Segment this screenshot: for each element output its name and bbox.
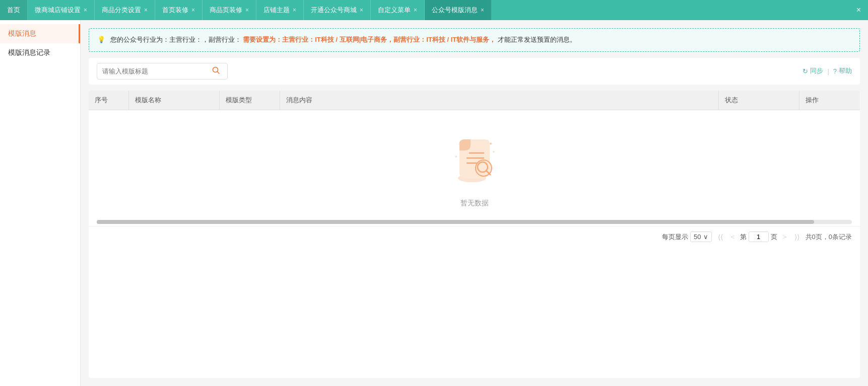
nav-tab-custom-menu-close[interactable]: × (414, 7, 417, 14)
notice-prefix: 您的公众号行业为：主营行业：，副营行业： (110, 36, 241, 43)
nav-tab-custom-menu[interactable]: 自定义菜单 × (371, 0, 425, 20)
scrollbar-thumb[interactable] (97, 220, 814, 224)
nav-tab-weishop-label: 微商城店铺设置 (35, 6, 81, 15)
empty-illustration: ✦ ✦ ✦ (444, 130, 505, 191)
chevron-down-icon: ∨ (703, 233, 708, 241)
nav-tab-template-msg-close[interactable]: × (481, 7, 484, 14)
horizontal-scrollbar[interactable] (97, 220, 852, 224)
top-navigation: 首页 微商城店铺设置 × 商品分类设置 × 首页装修 × 商品页装修 × 店铺主… (0, 0, 868, 20)
nav-tab-category-label: 商品分类设置 (102, 6, 141, 15)
per-page-dropdown[interactable]: 50 ∨ (690, 231, 711, 242)
total-info: 共0页，0条记录 (806, 233, 852, 242)
next-page-button[interactable]: ＞ (779, 231, 790, 243)
empty-text: 暂无数据 (460, 199, 489, 208)
last-page-button[interactable]: ⟩⟩ (792, 232, 802, 242)
nav-tab-category-close[interactable]: × (144, 7, 148, 14)
page-unit: 页 (771, 233, 777, 242)
data-table: 序号 模版名称 模版类型 消息内容 状态 操作 (89, 91, 860, 378)
notice-highlight: 需要设置为：主营行业：IT科技 / 互联网|电子商务，副营行业：IT科技 / I… (243, 36, 496, 43)
main-content: 💡 您的公众号行业为：主营行业：，副营行业： 需要设置为：主营行业：IT科技 /… (81, 20, 868, 386)
sidebar-item-template-record[interactable]: 模版消息记录 (0, 43, 80, 62)
prev-page-button[interactable]: ＜ (727, 231, 738, 243)
nav-tab-category[interactable]: 商品分类设置 × (95, 0, 155, 20)
svg-text:✦: ✦ (489, 141, 493, 146)
main-layout: 模版消息 模版消息记录 💡 您的公众号行业为：主营行业：，副营行业： 需要设置为… (0, 20, 868, 386)
close-all-tabs-button[interactable]: × (849, 6, 868, 15)
col-type: 模版类型 (220, 91, 280, 110)
notice-banner: 💡 您的公众号行业为：主营行业：，副营行业： 需要设置为：主营行业：IT科技 /… (89, 28, 860, 52)
nav-tab-weishop[interactable]: 微商城店铺设置 × (28, 0, 95, 20)
sync-icon: ↻ (803, 67, 808, 75)
sidebar-item-template-record-label: 模版消息记录 (8, 48, 50, 56)
col-action: 操作 (799, 91, 860, 110)
nav-tab-home[interactable]: 首页 (0, 0, 28, 20)
svg-line-1 (218, 71, 220, 73)
nav-tab-homepage-decor-close[interactable]: × (191, 7, 195, 14)
nav-tab-theme-close[interactable]: × (293, 7, 296, 14)
search-button[interactable] (208, 63, 224, 79)
help-label: 帮助 (839, 66, 852, 75)
nav-tab-homepage-decor[interactable]: 首页装修 × (155, 0, 203, 20)
per-page-select: 每页显示 50 ∨ (662, 231, 711, 242)
nav-tab-product-decor-close[interactable]: × (245, 7, 249, 14)
per-page-value: 50 (694, 233, 701, 241)
toolbar-divider: | (827, 67, 829, 75)
svg-text:✦: ✦ (454, 155, 458, 159)
col-content: 消息内容 (280, 91, 719, 110)
nav-tab-product-decor-label: 商品页装修 (210, 6, 242, 15)
table-header: 序号 模版名称 模版类型 消息内容 状态 操作 (89, 91, 860, 110)
notice-suffix: 才能正常发送预置的消息。 (498, 36, 576, 43)
nav-tab-open-mall-close[interactable]: × (360, 7, 363, 14)
pagination: 每页显示 50 ∨ ⟨⟨ ＜ 第 页 ＞ ⟩⟩ 共0页，0条记录 (89, 226, 860, 248)
nav-tab-theme[interactable]: 店铺主题 × (256, 0, 304, 20)
nav-tab-product-decor[interactable]: 商品页装修 × (203, 0, 256, 20)
search-input-wrap (97, 63, 228, 80)
col-seq: 序号 (89, 91, 129, 110)
sync-label: 同步 (810, 66, 823, 75)
empty-state: ✦ ✦ ✦ 暂无数据 (89, 110, 860, 218)
nav-tab-home-label: 首页 (7, 6, 20, 15)
nav-tab-open-mall[interactable]: 开通公众号商城 × (304, 0, 371, 20)
page-input[interactable] (749, 231, 769, 242)
toolbar-right: ↻ 同步 | ? 帮助 (803, 66, 852, 75)
svg-text:✦: ✦ (492, 150, 495, 153)
page-navigation: ⟨⟨ ＜ 第 页 ＞ ⟩⟩ (716, 231, 802, 243)
nav-tab-homepage-decor-label: 首页装修 (162, 6, 188, 15)
per-page-label: 每页显示 (662, 233, 688, 242)
help-button[interactable]: ? 帮助 (833, 66, 852, 75)
col-status: 状态 (719, 91, 799, 110)
sidebar-item-template-msg-label: 模版消息 (8, 29, 36, 37)
sidebar: 模版消息 模版消息记录 (0, 20, 81, 386)
nav-tab-custom-menu-label: 自定义菜单 (378, 6, 411, 15)
first-page-button[interactable]: ⟨⟨ (716, 232, 725, 242)
nav-tab-template-msg-label: 公众号模版消息 (432, 6, 478, 15)
nav-tab-weishop-close[interactable]: × (84, 7, 87, 14)
nav-tab-theme-label: 店铺主题 (263, 6, 290, 15)
sidebar-item-template-msg[interactable]: 模版消息 (0, 24, 80, 43)
nav-tab-template-msg[interactable]: 公众号模版消息 × (425, 0, 492, 20)
search-bar: ↻ 同步 | ? 帮助 (89, 58, 860, 85)
sync-button[interactable]: ↻ 同步 (803, 66, 823, 75)
help-icon: ? (833, 67, 837, 75)
search-input[interactable] (97, 64, 208, 78)
col-name: 模版名称 (129, 91, 220, 110)
nav-tab-open-mall-label: 开通公众号商城 (311, 6, 357, 15)
page-label: 第 (740, 233, 747, 242)
notice-icon: 💡 (97, 36, 105, 43)
